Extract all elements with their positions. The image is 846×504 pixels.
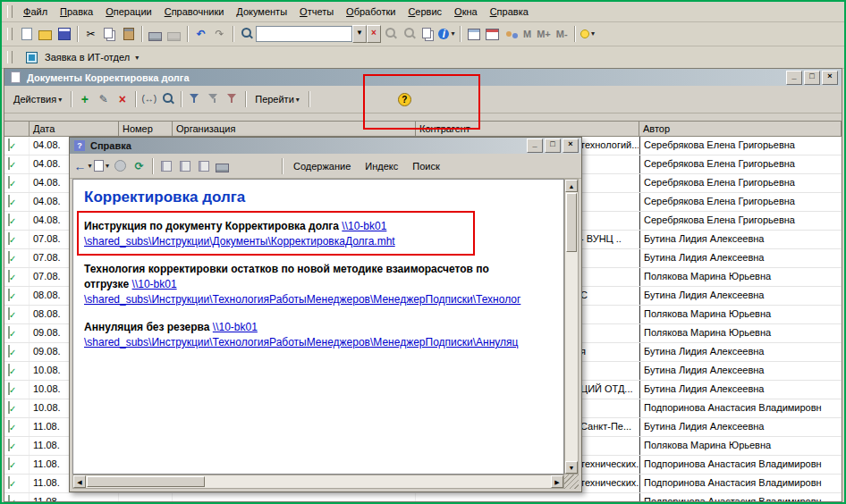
save-icon[interactable] [55, 26, 72, 42]
search-icon[interactable] [238, 26, 255, 42]
scroll-right-button[interactable]: ▶ [551, 475, 563, 488]
actions-button[interactable]: Действия [8, 91, 67, 107]
view-pane-icon[interactable] [157, 158, 174, 174]
menu-item[interactable]: Операции [99, 4, 157, 20]
table-row[interactable]: 11.08. Подпоринова Анастасия Владимировн [4, 493, 842, 501]
set-interval-icon[interactable] [140, 91, 157, 107]
posted-document-icon [8, 495, 10, 501]
help-button[interactable] [396, 91, 413, 107]
horizontal-scrollbar: ◀ ▶ [72, 475, 564, 489]
filter-icon[interactable] [186, 91, 203, 107]
column-header-author[interactable]: Автор [639, 122, 842, 136]
cell-author: Серебрякова Елена Григорьевна [639, 212, 842, 230]
column-header-counterparty[interactable]: Контрагент [416, 122, 639, 136]
help-print-icon[interactable] [214, 158, 231, 174]
cell-author: Подпоринова Анастасия Владимировн [639, 456, 842, 474]
column-header-organization[interactable]: Организация [173, 122, 416, 136]
help-server-link[interactable]: \\10-bk01 [213, 321, 258, 333]
contents-button[interactable]: Содержание [286, 158, 358, 174]
column-header-date[interactable]: Дата [30, 122, 119, 136]
search-button[interactable]: Поиск [405, 158, 446, 174]
add-icon[interactable] [76, 91, 93, 107]
refresh-icon[interactable] [131, 158, 148, 174]
delete-icon[interactable] [114, 91, 131, 107]
help-maximize-button[interactable] [545, 139, 561, 153]
cell-status [4, 493, 30, 501]
scroll-down-button[interactable]: ▼ [565, 461, 578, 474]
separator [141, 26, 142, 42]
filter-settings-icon[interactable] [205, 91, 222, 107]
menu-item[interactable]: Справочники [158, 4, 231, 20]
search-input[interactable] [256, 26, 352, 42]
cell-author: Полякова Марина Юрьевна [639, 437, 842, 455]
cell-status [4, 399, 30, 417]
restore-button[interactable] [804, 71, 820, 85]
help-section: Технология корректировки остатков по нов… [84, 262, 536, 307]
vertical-scroll-thumb[interactable] [566, 193, 577, 252]
format-painter-icon[interactable] [419, 26, 436, 42]
horizontal-scroll-thumb[interactable] [87, 476, 205, 487]
menu-item[interactable]: Документы [230, 4, 293, 20]
search-clear-button[interactable]: × [367, 25, 381, 43]
toolbar-grip[interactable] [7, 28, 13, 40]
column-header-icon[interactable] [4, 122, 30, 136]
back-icon[interactable] [74, 158, 91, 174]
clear-filter-icon[interactable] [224, 91, 241, 107]
menu-item[interactable]: Справка [484, 4, 535, 20]
separator [574, 26, 575, 42]
menu-item[interactable]: Файл [17, 4, 54, 20]
tips-icon[interactable] [580, 26, 596, 42]
undo-icon[interactable] [192, 26, 209, 42]
cell-author: Серебрякова Елена Григорьевна [639, 155, 842, 173]
menu-item[interactable]: Отчеты [293, 4, 340, 20]
goto-button[interactable]: Перейти [250, 91, 305, 107]
print-icon[interactable] [147, 26, 164, 42]
table-icon[interactable] [465, 26, 482, 42]
search-dropdown-button[interactable]: ▼ [352, 25, 367, 43]
help-server-link[interactable]: \\10-bk01 [342, 220, 386, 232]
view-pane-icon[interactable] [195, 158, 212, 174]
paste-icon[interactable] [120, 26, 137, 42]
scroll-left-button[interactable]: ◀ [73, 475, 86, 488]
list-search-icon[interactable] [159, 91, 176, 107]
menu-item[interactable]: Сервис [402, 4, 448, 20]
resize-grip[interactable] [564, 475, 579, 489]
menu-item[interactable]: Окна [448, 4, 484, 20]
application-window: ФайлПравкаОперацииСправочникиДокументыОт… [0, 0, 846, 504]
help-minimize-button[interactable] [527, 139, 543, 153]
users-icon[interactable] [503, 26, 520, 42]
find-next-icon [382, 26, 399, 42]
index-button[interactable]: Индекс [358, 158, 405, 174]
cut-icon[interactable] [82, 26, 99, 42]
page-options-icon[interactable] [93, 158, 110, 174]
toolbar-grip[interactable] [7, 51, 13, 63]
menu-item[interactable]: Обработки [340, 4, 402, 20]
view-pane-icon[interactable] [176, 158, 193, 174]
new-document-icon[interactable] [18, 26, 35, 42]
calendar-icon[interactable] [484, 26, 501, 42]
column-header-number[interactable]: Номер [119, 122, 173, 136]
minimize-button[interactable] [786, 71, 802, 85]
documents-window-titlebar[interactable]: Документы Корректировка долга [4, 69, 842, 86]
info-icon[interactable] [438, 26, 455, 42]
help-path-link[interactable]: \shared_subs\Инструкции\ТехнологияРаботы… [84, 293, 520, 306]
edit-icon[interactable] [95, 91, 112, 107]
print-preview-icon[interactable] [165, 26, 182, 42]
separator [460, 26, 461, 42]
copy-icon[interactable] [101, 26, 118, 42]
it-request-button[interactable]: Заявка в ИТ-отдел [17, 47, 144, 67]
menu-item[interactable]: Правка [54, 4, 99, 20]
help-path-link[interactable]: \shared_subs\Инструкции\ТехнологияРаботы… [84, 336, 518, 349]
cell-author: Бутина Лидия Алексеевна [639, 418, 842, 436]
help-server-link[interactable]: \\10-bk01 [132, 278, 177, 290]
close-button[interactable] [822, 71, 838, 85]
open-icon[interactable] [37, 26, 54, 42]
separator [309, 91, 309, 107]
scroll-up-button[interactable]: ▲ [565, 180, 578, 192]
cell-status [4, 212, 30, 230]
help-path-link[interactable]: \shared_subs\Инструкции\Документы\Коррек… [84, 235, 395, 248]
help-window-titlebar[interactable]: Справка [70, 138, 581, 154]
toolbar-grip[interactable] [7, 5, 13, 18]
cell-status [4, 137, 30, 155]
help-close-button[interactable] [563, 139, 579, 153]
